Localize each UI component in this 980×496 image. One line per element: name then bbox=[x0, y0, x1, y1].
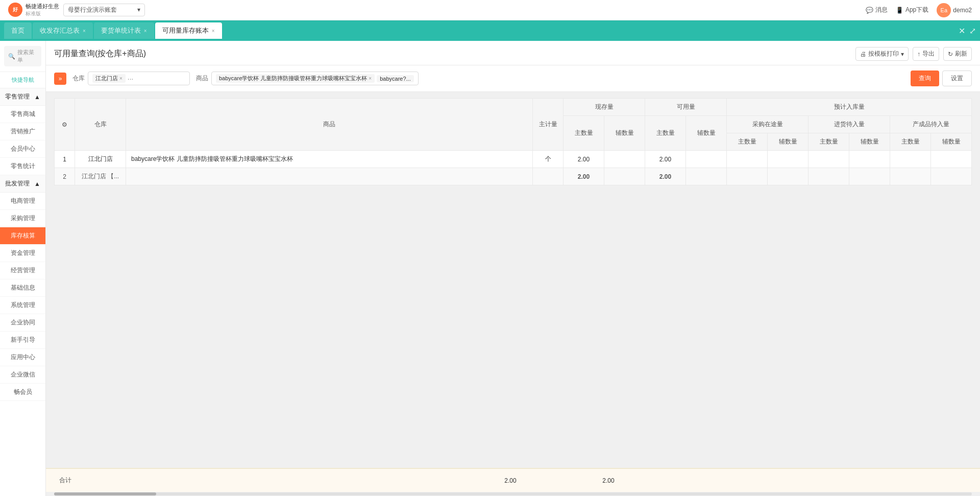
refresh-button[interactable]: ↻ 刷新 bbox=[943, 47, 972, 61]
row1-production-aux bbox=[931, 151, 972, 168]
quick-nav-button[interactable]: 快捷导航 bbox=[0, 72, 45, 88]
logo-text: 畅捷通好生意 bbox=[26, 3, 59, 10]
row1-avail-aux bbox=[686, 151, 727, 168]
top-bar: 好 畅捷通好生意 标准版 母婴行业演示账套 ▾ 💬 消息 📱 App下载 Ea … bbox=[0, 0, 980, 20]
warehouse-tag-text: 江北门店 bbox=[95, 75, 118, 82]
query-button[interactable]: 查询 bbox=[911, 70, 939, 86]
sidebar-item-enterprise[interactable]: 企业协同 bbox=[0, 314, 45, 332]
sidebar-item-wechat[interactable]: 企业微信 bbox=[0, 366, 45, 384]
row1-warehouse: 江北门店 bbox=[75, 151, 126, 168]
export-button[interactable]: ↑ 导出 bbox=[913, 47, 939, 61]
sidebar-item-member[interactable]: 畅会员 bbox=[0, 384, 45, 401]
tab-order-statistics[interactable]: 要货单统计表 × bbox=[94, 22, 154, 39]
row1-unit: 个 bbox=[533, 151, 564, 168]
sidebar-item-business[interactable]: 经营管理 bbox=[0, 262, 45, 279]
app-download-button[interactable]: 📱 App下载 bbox=[896, 6, 928, 14]
sidebar-item-system[interactable]: 系统管理 bbox=[0, 297, 45, 314]
scrollbar-thumb[interactable] bbox=[54, 492, 156, 495]
wholesale-management-label: 批发管理 bbox=[5, 179, 30, 188]
user-profile-button[interactable]: Ea demo2 bbox=[937, 3, 972, 17]
footer-label: 合计 bbox=[54, 473, 77, 488]
app-label: App下载 bbox=[905, 6, 928, 14]
refresh-icon: ↻ bbox=[948, 51, 953, 58]
filter-bar: » 仓库 江北门店 × ··· 商品 babycare学饮杯 儿童防摔防撞吸管杯… bbox=[46, 65, 980, 92]
print-icon: 🖨 bbox=[860, 51, 866, 58]
tab-inventory-summary[interactable]: 收发存汇总表 × bbox=[33, 22, 93, 39]
product-tag-1-text: babycare学饮杯 儿童防摔防撞吸管杯重力球吸嘴杯宝宝水杯 bbox=[219, 75, 367, 82]
sidebar-item-app-center[interactable]: 应用中心 bbox=[0, 349, 45, 366]
expand-icon: » bbox=[59, 75, 62, 82]
header-production-aux: 辅数量 bbox=[931, 133, 972, 151]
avatar: Ea bbox=[937, 3, 951, 17]
product-input[interactable]: babycare学饮杯 儿童防摔防撞吸管杯重力球吸嘴杯宝宝水杯 × babyca… bbox=[211, 72, 419, 85]
sidebar-item-inventory[interactable]: 库存核算 bbox=[0, 227, 45, 245]
product-tag-1-close[interactable]: × bbox=[369, 76, 372, 81]
warehouse-tag-close[interactable]: × bbox=[119, 76, 122, 81]
header-settings[interactable]: ⚙ bbox=[55, 99, 75, 151]
more-warehouses-button[interactable]: ··· bbox=[128, 75, 134, 83]
row2-warehouse: 江北门店 【... bbox=[75, 168, 126, 185]
settings-icon: ⚙ bbox=[62, 121, 67, 128]
row2-production-main bbox=[890, 168, 931, 185]
maximize-button[interactable]: ⤢ bbox=[969, 26, 976, 36]
message-button[interactable]: 💬 消息 bbox=[866, 6, 888, 14]
username-label: demo2 bbox=[953, 7, 972, 14]
sidebar-item-retail-statistics[interactable]: 零售统计 bbox=[0, 158, 45, 175]
message-label: 消息 bbox=[875, 6, 888, 14]
sidebar-item-retail-management[interactable]: 零售管理 ▲ bbox=[0, 88, 45, 106]
sidebar-item-member-center[interactable]: 会员中心 bbox=[0, 140, 45, 158]
row1-production-main bbox=[890, 151, 931, 168]
close-tab3-button[interactable]: × bbox=[212, 28, 215, 34]
product-tag-2: babycare?... bbox=[377, 75, 414, 82]
main-layout: 🔍 搜索菜单 快捷导航 零售管理 ▲ 零售商城 营销推广 会员中心 零售统计 批… bbox=[0, 41, 980, 496]
row2-incoming-main bbox=[808, 168, 849, 185]
settings-button[interactable]: 设置 bbox=[942, 70, 972, 86]
header-main-unit: 主计量 bbox=[533, 99, 564, 151]
sidebar-item-marketing[interactable]: 营销推广 bbox=[0, 123, 45, 140]
search-menu-button[interactable]: 🔍 搜索菜单 bbox=[4, 46, 41, 66]
nav-tabs: 首页 收发存汇总表 × 要货单统计表 × 可用量库存账本 × ✕ ⤢ bbox=[0, 20, 980, 41]
scrollbar-track bbox=[54, 492, 972, 495]
print-label: 按模板打印 bbox=[868, 50, 899, 58]
logo-sub: 标准版 bbox=[26, 10, 59, 17]
close-tab2-button[interactable]: × bbox=[144, 28, 147, 34]
sidebar-item-purchase[interactable]: 采购管理 bbox=[0, 210, 45, 227]
table-body: 1 江北门店 babycare学饮杯 儿童防摔防撞吸管杯重力球吸嘴杯宝宝水杯 个… bbox=[55, 151, 972, 185]
header-avail-main: 主数量 bbox=[645, 116, 686, 151]
print-button[interactable]: 🖨 按模板打印 ▾ bbox=[855, 47, 909, 61]
tab-home[interactable]: 首页 bbox=[4, 22, 32, 39]
close-tab1-button[interactable]: × bbox=[83, 28, 86, 34]
logo-icon: 好 bbox=[8, 3, 22, 17]
tab-available-stock[interactable]: 可用量库存账本 × bbox=[155, 22, 222, 39]
header-incoming-aux: 辅数量 bbox=[849, 133, 890, 151]
quick-nav-label: 快捷导航 bbox=[12, 77, 34, 83]
page-title: 可用量查询(按仓库+商品) bbox=[54, 49, 146, 59]
industry-selector[interactable]: 母婴行业演示账套 ▾ bbox=[63, 4, 145, 16]
footer-avail-main: 2.00 bbox=[588, 474, 629, 487]
close-window-button[interactable]: ✕ bbox=[959, 26, 965, 36]
row1-incoming-main bbox=[808, 151, 849, 168]
sidebar-item-finance[interactable]: 资金管理 bbox=[0, 245, 45, 262]
warehouse-filter-field: 仓库 江北门店 × ··· bbox=[72, 72, 190, 85]
sidebar-item-retail-store[interactable]: 零售商城 bbox=[0, 106, 45, 123]
table-area: ⚙ 仓库 商品 主计量 现存量 bbox=[46, 92, 980, 468]
header-expected-group: 预计入库量 bbox=[727, 99, 972, 116]
sidebar-item-wholesale-management[interactable]: 批发管理 ▲ bbox=[0, 175, 45, 193]
header-incoming-main: 主数量 bbox=[808, 133, 849, 151]
search-icon: 🔍 bbox=[8, 53, 15, 60]
header-purchase-group: 采购在途量 bbox=[727, 116, 808, 133]
row2-stock-main: 2.00 bbox=[564, 168, 604, 185]
sidebar-item-basic-info[interactable]: 基础信息 bbox=[0, 279, 45, 297]
tab-order-statistics-label: 要货单统计表 bbox=[101, 26, 141, 35]
horizontal-scrollbar[interactable] bbox=[46, 492, 980, 496]
row2-seq: 2 bbox=[55, 168, 75, 185]
product-tag-1: babycare学饮杯 儿童防摔防撞吸管杯重力球吸嘴杯宝宝水杯 × bbox=[216, 74, 375, 83]
expand-filter-button[interactable]: » bbox=[54, 73, 66, 85]
sidebar-item-guide[interactable]: 新手引导 bbox=[0, 332, 45, 349]
table-header-row-1: ⚙ 仓库 商品 主计量 现存量 bbox=[55, 99, 972, 116]
warehouse-input[interactable]: 江北门店 × ··· bbox=[88, 72, 190, 85]
row1-seq: 1 bbox=[55, 151, 75, 168]
chevron-icon2: ▲ bbox=[34, 180, 40, 187]
sidebar-item-ecommerce[interactable]: 电商管理 bbox=[0, 193, 45, 210]
header-available-group: 可用量 bbox=[645, 99, 727, 116]
